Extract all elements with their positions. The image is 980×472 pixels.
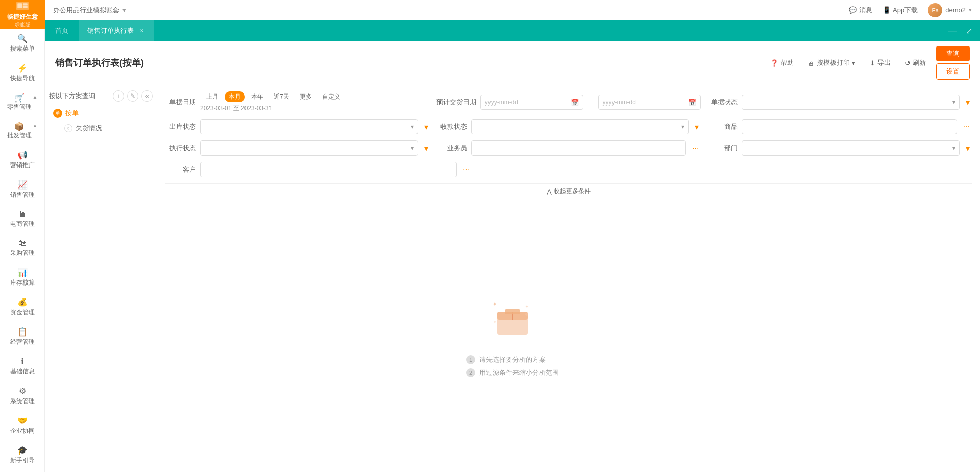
docstatus-select[interactable]	[742, 95, 960, 110]
query-settings-group: 查询 设置	[936, 46, 970, 80]
marketing-icon: 📢	[17, 150, 28, 160]
svg-point-11	[494, 321, 496, 323]
sidebar-item-ecommerce[interactable]: 🖥 电商管理	[0, 204, 44, 233]
sidebar-label-retail: 零售管理	[7, 103, 32, 111]
sidebar-item-enterprise[interactable]: 🤝 企业协同	[0, 411, 44, 440]
tip-text-2: 用过滤条件来缩小分析范围	[479, 368, 559, 377]
system-icon: ⚙	[19, 386, 26, 396]
goods-input[interactable]	[742, 119, 957, 134]
svg-text:✦: ✦	[492, 301, 497, 308]
sidebar-label-ecommerce: 电商管理	[10, 220, 35, 228]
page-header: 销售订单执行表(按单) ❓ 帮助 🖨 按模板打印 ▾ ⬇ 导出 ↺ 刷新	[45, 41, 980, 85]
filter-row-3: 执行状态 ▾ 业务员 ···	[165, 140, 972, 156]
tab-expand-button[interactable]: ⤢	[962, 23, 976, 38]
query-button[interactable]: 查询	[936, 46, 970, 61]
sidebar-item-guide[interactable]: 🎓 新手引导	[0, 440, 44, 470]
user-avatar: Ea	[928, 3, 942, 17]
deliverydate-start-placeholder: yyyy-mm-dd	[485, 99, 518, 106]
tab-home-label: 首页	[55, 26, 68, 35]
execstatus-select[interactable]	[200, 140, 418, 156]
breadcrumb-chevron[interactable]: ▾	[122, 6, 126, 14]
date-label: 单据日期	[165, 98, 196, 107]
page-actions: ❓ 帮助 🖨 按模板打印 ▾ ⬇ 导出 ↺ 刷新 查询	[766, 46, 970, 80]
deliverydate-end[interactable]: yyyy-mm-dd 📅	[598, 95, 701, 110]
sidebar-label-inventory: 库存核算	[10, 278, 35, 287]
filter-field-goods: 商品 ···	[707, 119, 972, 134]
docstatus-expand-icon[interactable]: ▾	[964, 98, 972, 107]
sidebar-item-quicknav[interactable]: ⚡ 快捷导航	[0, 58, 44, 88]
refresh-button[interactable]: ↺ 刷新	[901, 56, 930, 69]
customer-input[interactable]	[200, 162, 457, 177]
salesperson-input[interactable]	[471, 140, 686, 156]
scheme-title-row: 按以下方案查询 + ✎ «	[49, 90, 153, 102]
sidebar-item-wholesale[interactable]: 📦 批发管理 ▲	[0, 116, 44, 145]
scheme-title-text: 按以下方案查询	[49, 91, 95, 101]
retail-icon: 🛒	[14, 93, 24, 103]
customer-picker-icon[interactable]: ···	[461, 165, 472, 174]
print-button[interactable]: 🖨 按模板打印 ▾	[804, 56, 860, 69]
refresh-icon: ↺	[905, 59, 911, 67]
date-btn-custom[interactable]: 自定义	[318, 91, 345, 102]
user-menu[interactable]: Ea demo2 ▾	[928, 3, 972, 17]
date-btn-7days[interactable]: 近7天	[270, 91, 293, 102]
svg-rect-2	[22, 3, 27, 5]
app-logo[interactable]: 畅捷好生意 标账版	[0, 0, 45, 29]
sidebar-item-appcenter[interactable]: 📱 应用中心	[0, 470, 44, 472]
salesperson-picker-icon[interactable]: ···	[690, 144, 701, 153]
department-select[interactable]	[742, 140, 960, 156]
filter-field-department: 部门 ▾	[707, 140, 972, 156]
sidebar-item-operation[interactable]: 📋 经营管理	[0, 322, 44, 351]
sidebar-item-inventory[interactable]: 📊 库存核算	[0, 263, 44, 292]
export-icon: ⬇	[870, 59, 875, 67]
edit-icon: ✎	[130, 92, 135, 100]
outstatus-select[interactable]	[200, 119, 418, 134]
sidebar-item-search[interactable]: 🔍 搜索菜单	[0, 29, 44, 58]
main-area: 办公用品行业模拟账套 ▾ 💬 消息 📱 App下载 Ea demo2 ▾ 首页 …	[45, 0, 980, 472]
sidebar-item-marketing[interactable]: 📢 营销推广	[0, 145, 44, 175]
filter-field-docstatus: 单据状态 ▾	[707, 95, 972, 110]
deliverydate-start[interactable]: yyyy-mm-dd 📅	[480, 95, 583, 110]
scheme-subitem-quhuo[interactable]: ○ 欠货情况	[49, 121, 153, 135]
goods-picker-icon[interactable]: ···	[961, 122, 972, 131]
date-btn-lastmonth[interactable]: 上月	[202, 91, 223, 102]
outstatus-label: 出库状态	[165, 122, 196, 131]
enterprise-icon: 🤝	[17, 416, 28, 426]
tab-close-button[interactable]: ×	[138, 27, 146, 35]
sidebar-item-finance[interactable]: 💰 资金管理	[0, 292, 44, 322]
filter-row-2: 出库状态 ▾ 收款状态	[165, 119, 972, 134]
empty-state: ✦ ✦ 1 请先选择要分析的方案 2 用过滤条件来缩小分析范围	[45, 199, 980, 472]
message-button[interactable]: 💬 消息	[849, 6, 872, 15]
scheme-item-bandan[interactable]: 单 按单	[49, 106, 153, 121]
salesperson-label: 业务员	[436, 144, 467, 153]
scheme-collapse-button[interactable]: «	[141, 90, 153, 102]
filter-field-outstatus: 出库状态 ▾	[165, 119, 430, 134]
paymentstatus-select[interactable]	[471, 119, 689, 134]
department-chevron-icon: ▾	[964, 144, 972, 153]
sidebar-item-system[interactable]: ⚙ 系统管理	[0, 381, 44, 411]
sidebar-item-purchase[interactable]: 🛍 采购管理	[0, 233, 44, 263]
settings-button[interactable]: 设置	[936, 63, 970, 80]
scheme-actions: + ✎ «	[113, 90, 153, 102]
help-button[interactable]: ❓ 帮助	[766, 56, 798, 69]
sidebar-item-basic[interactable]: ℹ 基础信息	[0, 351, 44, 381]
sidebar-label-marketing: 营销推广	[10, 161, 35, 170]
collapse-conditions-button[interactable]: ⋀ 收起更多条件	[165, 183, 972, 199]
tab-home[interactable]: 首页	[45, 20, 79, 41]
sidebar-item-retail[interactable]: 🛒 零售管理 ▲	[0, 88, 44, 116]
tab-active-salesorder[interactable]: 销售订单执行表 ×	[79, 20, 154, 41]
sidebar-label-quicknav: 快捷导航	[10, 74, 35, 83]
export-button[interactable]: ⬇ 导出	[866, 56, 895, 69]
tab-collapse-button[interactable]: —	[945, 23, 960, 38]
scheme-add-button[interactable]: +	[113, 90, 124, 102]
date-btn-thisyear[interactable]: 本年	[247, 91, 267, 102]
date-btn-more[interactable]: 更多	[296, 91, 316, 102]
collapse-chevron-icon: ⋀	[547, 188, 552, 195]
sidebar-item-sales[interactable]: 📈 销售管理	[0, 175, 44, 204]
sub-scheme-icon-quhuo: ○	[64, 124, 72, 132]
date-btn-thismonth[interactable]: 本月	[225, 91, 245, 102]
scheme-edit-button[interactable]: ✎	[127, 90, 138, 102]
empty-tips: 1 请先选择要分析的方案 2 用过滤条件来缩小分析范围	[466, 355, 559, 377]
app-download-button[interactable]: 📱 App下载	[883, 6, 918, 15]
date-quick-buttons: 上月 本月 本年 近7天 更多 自定义	[202, 91, 430, 102]
deliverydate-label: 预计交货日期	[436, 98, 476, 107]
